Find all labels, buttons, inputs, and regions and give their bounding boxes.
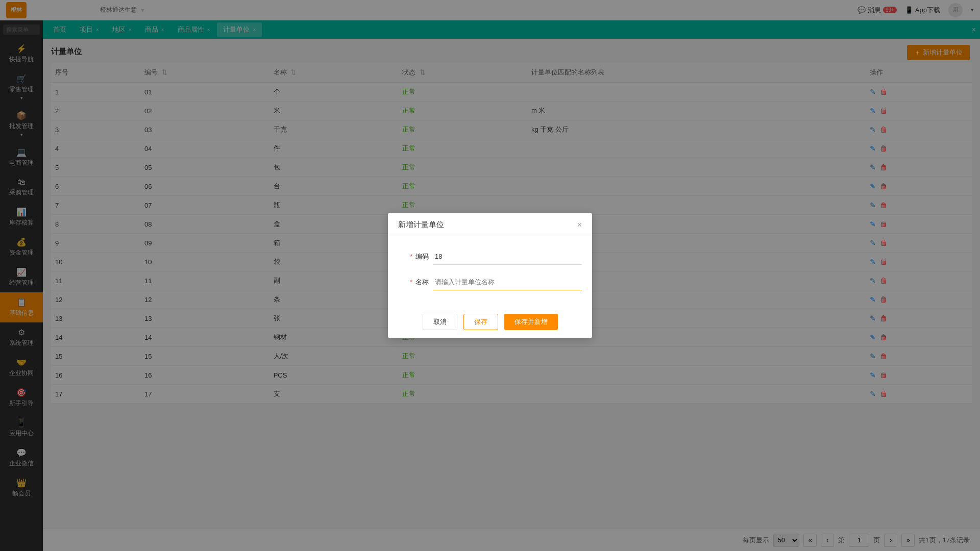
form-code-label: * 编码 — [398, 252, 429, 261]
name-input[interactable] — [433, 274, 582, 290]
add-unit-modal: 新增计量单位 × * 编码 * 名称 取消 保存 保存并新增 — [388, 213, 592, 338]
save-new-button[interactable]: 保存并新增 — [504, 314, 558, 330]
code-input[interactable] — [433, 248, 582, 265]
modal-overlay: 新增计量单位 × * 编码 * 名称 取消 保存 保存并新增 — [0, 0, 980, 551]
form-code-item: * 编码 — [398, 248, 582, 265]
modal-header: 新增计量单位 × — [388, 213, 592, 236]
modal-footer: 取消 保存 保存并新增 — [388, 308, 592, 338]
modal-body: * 编码 * 名称 — [388, 236, 592, 308]
modal-close-btn[interactable]: × — [577, 220, 582, 230]
name-required-mark: * — [410, 278, 412, 286]
form-name-label: * 名称 — [398, 278, 429, 287]
cancel-button[interactable]: 取消 — [423, 314, 457, 330]
modal-title: 新增计量单位 — [398, 220, 444, 230]
save-button[interactable]: 保存 — [463, 314, 498, 330]
code-required-mark: * — [410, 253, 412, 260]
form-name-item: * 名称 — [398, 274, 582, 290]
